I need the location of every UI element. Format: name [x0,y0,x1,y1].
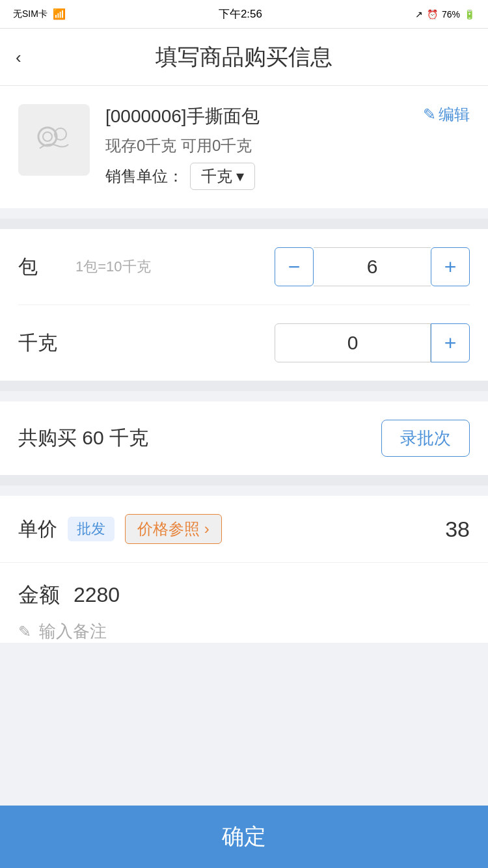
kg-input-row: 千克 + [18,305,470,381]
wifi-icon: 📶 [53,8,66,20]
bao-input-row: 包 1包=10千克 − + [18,229,470,305]
bottom-spacer [0,643,488,721]
status-bar: 无SIM卡 📶 下午2:56 ↗ ⏰ 76% 🔋 [0,0,488,29]
svg-point-1 [43,132,52,141]
unit-label: 销售单位： [105,166,183,187]
product-stock: 现存0千克 可用0千克 [105,135,470,156]
pencil-icon: ✎ [18,623,31,641]
bao-hint: 1包=10千克 [75,257,275,277]
price-label: 单价 [18,516,57,543]
battery-level: 76% [442,9,460,20]
main-content: [0000006]手撕面包 ✎ 编辑 现存0千克 可用0千克 销售单位： 千克 … [0,86,488,721]
price-tag: 批发 [68,517,115,541]
kg-label: 千克 [18,330,70,357]
chevron-down-icon: ▾ [236,167,244,185]
product-name: [0000006]手撕面包 [105,104,260,129]
page-title: 填写商品购买信息 [156,42,332,72]
status-time: 下午2:56 [219,7,262,21]
kg-controls: + [275,323,470,362]
edit-icon: ✎ [423,105,436,124]
product-info: [0000006]手撕面包 ✎ 编辑 现存0千克 可用0千克 销售单位： 千克 … [105,104,470,190]
input-section: 包 1包=10千克 − + 千克 + [0,229,488,381]
product-unit-row: 销售单位： 千克 ▾ [105,163,470,190]
nav-bar: ‹ 填写商品购买信息 [0,29,488,86]
battery-icon: 🔋 [464,9,475,20]
amount-value: 2280 [74,583,120,606]
bao-minus-button[interactable]: − [275,247,314,286]
price-value: 38 [445,517,470,542]
summary-text: 共购买 60 千克 [18,425,148,452]
edit-button[interactable]: ✎ 编辑 [423,104,470,125]
location-icon: ↗ [415,9,423,20]
kg-plus-button[interactable]: + [431,323,470,362]
product-image [18,104,90,176]
unit-selector[interactable]: 千克 ▾ [190,163,255,190]
section-separator-1 [0,219,488,229]
bao-controls: − + [275,247,470,286]
bao-plus-button[interactable]: + [431,247,470,286]
product-card: [0000006]手撕面包 ✎ 编辑 现存0千克 可用0千克 销售单位： 千克 … [0,86,488,208]
note-row[interactable]: ✎ 输入备注 [18,620,470,643]
status-right: ↗ ⏰ 76% 🔋 [415,9,475,20]
section-separator-2 [0,381,488,391]
back-button[interactable]: ‹ [16,49,21,66]
amount-section: 金额 2280 ✎ 输入备注 [0,562,488,643]
status-carrier: 无SIM卡 📶 [13,8,66,20]
price-ref-button[interactable]: 价格参照 › [125,514,222,544]
section-separator-3 [0,475,488,485]
summary-section: 共购买 60 千克 录批次 [0,401,488,475]
kg-input[interactable] [275,323,431,362]
amount-row: 金额 2280 [18,581,470,610]
bao-input[interactable] [314,247,431,286]
confirm-button[interactable]: 确定 [0,806,488,868]
batch-button[interactable]: 录批次 [381,420,470,457]
alarm-icon: ⏰ [427,9,438,20]
note-placeholder: 输入备注 [39,620,107,643]
bao-label: 包 [18,254,70,280]
product-name-row: [0000006]手撕面包 ✎ 编辑 [105,104,470,129]
svg-point-0 [38,128,57,146]
price-section: 单价 批发 价格参照 › 38 [0,496,488,562]
